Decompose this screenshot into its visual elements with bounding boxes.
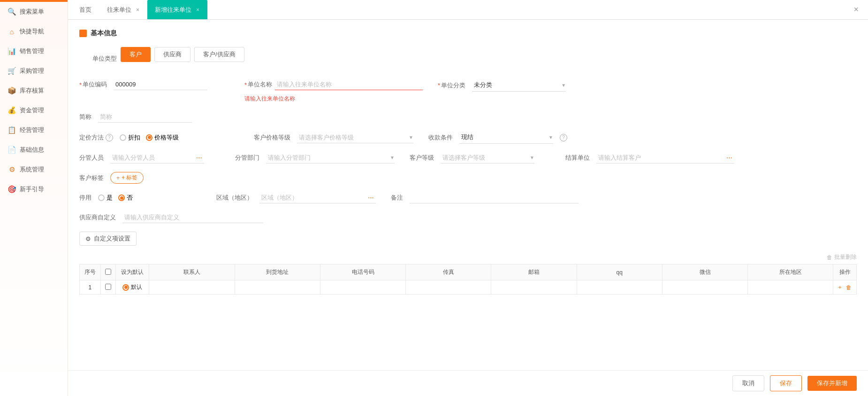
row-qq[interactable] — [577, 280, 662, 295]
unit-code-input[interactable] — [114, 79, 207, 90]
location-input[interactable] — [752, 284, 829, 291]
unit-cat-select-wrap[interactable]: 未分类 ▼ — [472, 79, 566, 92]
field-department: 分管部门 ▼ — [235, 152, 395, 163]
select-all-checkbox[interactable] — [105, 269, 111, 275]
region-ellipsis-btn[interactable]: ··· — [366, 194, 376, 202]
row-phone[interactable] — [320, 280, 405, 295]
sidebar-item-guide[interactable]: 🎯 新手引导 — [0, 179, 68, 199]
row-add-btn[interactable]: + — [838, 284, 842, 291]
customer-level-select[interactable]: ▼ — [441, 152, 534, 163]
pricing-discount-option[interactable]: 折扣 — [120, 133, 140, 142]
tab-home[interactable]: 首页 — [72, 0, 99, 19]
cancel-button[interactable]: 取消 — [732, 375, 764, 391]
custom-settings-label: 自定义项设置 — [94, 234, 130, 243]
payment-terms-select[interactable]: 现结 ▼ — [459, 131, 553, 144]
row-checkbox[interactable] — [105, 284, 111, 290]
default-radio-circle[interactable] — [122, 284, 129, 291]
disabled-yes-label: 是 — [107, 194, 113, 202]
save-button[interactable]: 保存 — [770, 375, 802, 391]
row-checkbox-cell[interactable] — [100, 280, 116, 295]
fax-input[interactable] — [410, 284, 487, 291]
sidebar-item-operations[interactable]: 📋 经营管理 — [0, 120, 68, 140]
payment-info-icon[interactable]: ? — [560, 134, 567, 141]
col-location: 所在地区 — [748, 264, 833, 280]
search-icon: 🔍 — [8, 8, 16, 16]
col-checkbox[interactable] — [100, 264, 116, 280]
unit-type-supplier-btn[interactable]: 供应商 — [154, 47, 190, 62]
sidebar-item-basic-info[interactable]: 📄 基础信息 — [0, 140, 68, 160]
col-qq: qq — [577, 264, 662, 280]
sidebar-item-sales[interactable]: 📊 销售管理 — [0, 41, 68, 61]
unit-type-customer-btn[interactable]: 客户 — [121, 47, 151, 62]
sidebar-item-purchase[interactable]: 🛒 采购管理 — [0, 61, 68, 81]
col-action: 操作 — [833, 264, 857, 280]
region-input[interactable] — [259, 192, 366, 203]
unit-name-input[interactable] — [275, 79, 423, 90]
price-level-radio[interactable] — [146, 134, 152, 141]
row-fax[interactable] — [406, 280, 491, 295]
custom-settings-btn[interactable]: ⚙ 自定义项设置 — [79, 232, 137, 246]
tab-partners[interactable]: 往来单位 × — [99, 0, 147, 19]
settlement-ellipsis-btn[interactable]: ··· — [724, 154, 734, 162]
email-input[interactable] — [495, 284, 572, 291]
row-location[interactable] — [748, 280, 833, 295]
row-code-name-cat: * 单位编码 * 单位名称 请输入往来单位名称 * — [79, 79, 857, 103]
customer-price-level-label: 客户价格等级 — [254, 133, 290, 142]
add-tag-btn[interactable]: + + 标签 — [110, 172, 144, 184]
add-tag-icon: + — [116, 175, 120, 181]
row-actions: + 🗑 — [833, 280, 857, 295]
save-and-new-button[interactable]: 保存并新增 — [807, 376, 857, 391]
qq-input[interactable] — [581, 284, 658, 291]
sidebar-item-quick-nav[interactable]: ⌂ 快捷导航 — [0, 22, 68, 41]
row-wechat[interactable] — [662, 280, 747, 295]
department-select[interactable]: ▼ — [266, 152, 395, 163]
contact-input[interactable] — [153, 284, 230, 291]
customer-price-level-input[interactable] — [297, 132, 408, 143]
tab-new-partner-close[interactable]: × — [196, 7, 199, 13]
settlement-unit-label: 结算单位 — [565, 154, 590, 162]
remarks-input[interactable] — [410, 192, 579, 203]
row-delete-btn[interactable]: 🗑 — [846, 284, 852, 291]
phone-input[interactable] — [324, 284, 402, 291]
batch-delete-btn[interactable]: 🗑 批量删除 — [827, 253, 857, 261]
customer-price-level-select[interactable]: ▼ — [297, 132, 413, 143]
supplier-custom-input[interactable] — [122, 212, 263, 223]
row-address[interactable] — [235, 280, 320, 295]
home-icon: ⌂ — [8, 27, 16, 36]
settlement-unit-input[interactable] — [596, 152, 724, 163]
payment-terms-value: 现结 — [459, 131, 548, 143]
discount-radio[interactable] — [120, 134, 126, 141]
row-default-radio[interactable]: 默认 — [120, 283, 145, 291]
pricing-level-option[interactable]: 价格等级 — [146, 133, 179, 142]
manager-input[interactable] — [110, 152, 194, 163]
table-actions: 🗑 批量删除 — [79, 253, 857, 261]
unit-type-both-btn[interactable]: 客户/供应商 — [194, 47, 244, 62]
manager-ellipsis-btn[interactable]: ··· — [194, 154, 204, 162]
field-unit-name: * 单位名称 请输入往来单位名称 — [244, 79, 423, 103]
tab-new-partner[interactable]: 新增往来单位 × — [147, 0, 207, 19]
wechat-input[interactable] — [666, 284, 744, 291]
tab-partners-label: 往来单位 — [107, 6, 131, 14]
customer-level-input[interactable] — [441, 152, 529, 163]
tab-partners-close[interactable]: × — [136, 7, 139, 13]
finance-icon: 💰 — [8, 106, 16, 115]
section-basic-info: 基本信息 — [79, 29, 857, 38]
disabled-no-option[interactable]: 否 — [118, 194, 133, 202]
sidebar-item-inventory[interactable]: 📦 库存核算 — [0, 81, 68, 101]
sidebar-item-label: 基础信息 — [20, 146, 44, 154]
row-email[interactable] — [491, 280, 577, 295]
sidebar-item-system[interactable]: ⚙ 系统管理 — [0, 160, 68, 179]
pricing-info-icon[interactable]: ? — [106, 134, 113, 141]
sidebar-item-search[interactable]: 🔍 搜索菜单 — [0, 2, 68, 22]
disabled-no-radio[interactable] — [118, 194, 125, 201]
price-level-label: 价格等级 — [154, 133, 179, 142]
address-input[interactable] — [239, 284, 316, 291]
close-all-tabs[interactable]: × — [848, 5, 864, 15]
department-input[interactable] — [266, 152, 389, 163]
footer-bar: 取消 保存 保存并新增 — [68, 370, 868, 396]
row-contact[interactable] — [149, 280, 235, 295]
disabled-yes-radio[interactable] — [98, 194, 105, 201]
sidebar-item-finance[interactable]: 💰 资金管理 — [0, 101, 68, 120]
abbreviation-input[interactable] — [98, 111, 192, 123]
disabled-yes-option[interactable]: 是 — [98, 194, 113, 202]
